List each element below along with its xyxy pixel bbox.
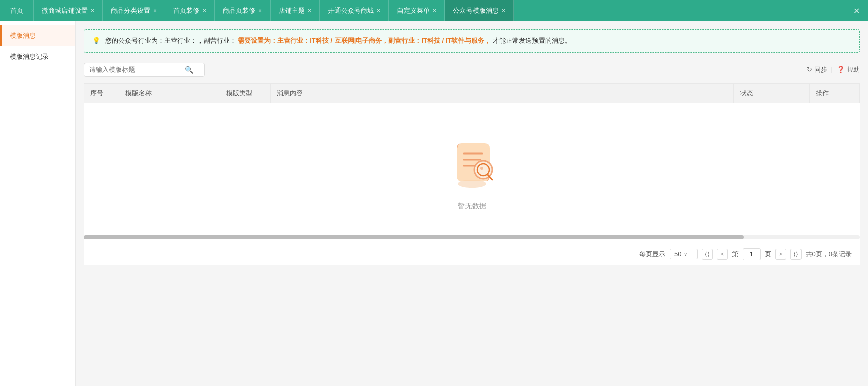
empty-illustration [442,133,502,194]
tab-wshop-settings[interactable]: 微商城店铺设置 × [34,0,103,21]
tab-home-label: 首页 [10,6,23,15]
sidebar-item-template-msg-record-label: 模版消息记录 [10,53,49,60]
tab-category-close[interactable]: × [153,7,157,14]
data-table: 序号 模版名称 模版类型 消息内容 状态 [84,83,860,103]
sidebar: 模版消息 模版消息记录 [0,21,76,386]
sync-button[interactable]: ↻ 同步 [807,65,827,74]
help-label: 帮助 [847,65,860,74]
content-area: 💡 您的公众号行业为：主营行业：，副营行业： 需要设置为：主营行业：IT科技 /… [76,21,868,386]
empty-text: 暂无数据 [458,202,486,211]
help-button[interactable]: ❓ 帮助 [837,65,860,74]
tab-custom-menu-label: 自定义菜单 [397,6,430,15]
sidebar-item-template-msg-record[interactable]: 模版消息记录 [0,46,75,67]
tab-product-page-close[interactable]: × [258,7,262,14]
tab-product-page[interactable]: 商品页装修 × [215,0,271,21]
svg-point-7 [480,167,483,170]
tab-product-page-label: 商品页装修 [223,6,255,15]
table-header-row: 序号 模版名称 模版类型 消息内容 状态 [84,83,860,103]
pagination: 每页显示 50 ∨ ⟨⟨ ＜ 第 页 ＞ ⟩⟩ 共0页，0条记录 [84,243,860,265]
notice-banner: 💡 您的公众号行业为：主营行业：，副营行业： 需要设置为：主营行业：IT科技 /… [84,29,860,53]
tab-wshop-close[interactable]: × [91,7,94,14]
tab-homepage-close[interactable]: × [203,7,206,14]
notice-icon: 💡 [92,37,100,44]
tab-template-msg-label: 公众号模版消息 [453,6,499,15]
page-di-label: 第 [732,250,739,259]
action-divider: | [831,66,833,73]
page-number-input[interactable] [743,248,761,260]
scroll-track[interactable] [84,235,860,239]
table-wrapper: 序号 模版名称 模版类型 消息内容 状态 [84,83,860,265]
tab-homepage[interactable]: 首页装修 × [165,0,215,21]
notice-highlight: 需要设置为：主营行业：IT科技 / 互联网|电子商务，副营行业：IT科技 / I… [238,37,491,44]
tab-open-mall-label: 开通公众号商城 [328,6,374,15]
help-icon: ❓ [837,66,845,73]
tab-open-mall[interactable]: 开通公众号商城 × [320,0,389,21]
tab-custom-menu-close[interactable]: × [433,7,436,14]
search-bar: 🔍 ↻ 同步 | ❓ 帮助 [84,63,860,77]
col-content: 消息内容 [271,83,734,103]
page-total-text: 共0页，0条记录 [806,250,852,259]
search-input-wrap: 🔍 [84,63,205,77]
col-status: 状态 [734,83,810,103]
last-page-button[interactable]: ⟩⟩ [790,249,802,260]
tab-category-label: 商品分类设置 [111,6,150,15]
tab-open-mall-close[interactable]: × [377,7,380,14]
search-actions: ↻ 同步 | ❓ 帮助 [807,65,860,74]
scroll-thumb [84,235,744,239]
tab-bar: 首页 微商城店铺设置 × 商品分类设置 × 首页装修 × 商品页装修 × 店铺主… [0,0,868,21]
col-name: 模版名称 [119,83,220,103]
search-input[interactable] [89,66,185,73]
empty-state: 暂无数据 [84,103,860,231]
tab-theme[interactable]: 店铺主题 × [271,0,320,21]
prev-page-button[interactable]: ＜ [717,249,728,260]
tab-theme-close[interactable]: × [308,7,311,14]
tab-bar-global-close[interactable]: ✕ [853,6,860,16]
search-icon[interactable]: 🔍 [185,66,193,74]
tab-home[interactable]: 首页 [0,0,34,21]
notice-prefix: 您的公众号行业为：主营行业：，副营行业： [105,37,236,44]
first-page-button[interactable]: ⟨⟨ [702,249,713,260]
main-layout: 模版消息 模版消息记录 💡 您的公众号行业为：主营行业：，副营行业： 需要设置为… [0,21,868,386]
tab-category[interactable]: 商品分类设置 × [103,0,165,21]
col-index: 序号 [84,83,119,103]
tab-homepage-label: 首页装修 [173,6,199,15]
page-unit-label: 页 [765,250,771,259]
tab-template-msg-close[interactable]: × [502,7,505,14]
page-size-label: 每页显示 [639,250,665,259]
next-page-button[interactable]: ＞ [775,249,786,260]
sync-icon: ↻ [807,66,812,73]
select-arrow-icon: ∨ [684,251,687,257]
col-type: 模版类型 [220,83,271,103]
col-actions: 操作 [810,83,860,103]
sync-label: 同步 [814,65,827,74]
tab-template-msg[interactable]: 公众号模版消息 × [445,0,514,21]
tab-custom-menu[interactable]: 自定义菜单 × [389,0,445,21]
tab-theme-label: 店铺主题 [279,6,305,15]
page-size-value: 50 [674,250,681,258]
sidebar-item-template-msg-label: 模版消息 [10,32,36,39]
sidebar-item-template-msg[interactable]: 模版消息 [0,25,75,46]
page-size-select[interactable]: 50 ∨ [670,249,697,259]
notice-suffix: 才能正常发送预置的消息。 [493,37,571,44]
tab-wshop-label: 微商城店铺设置 [42,6,88,15]
